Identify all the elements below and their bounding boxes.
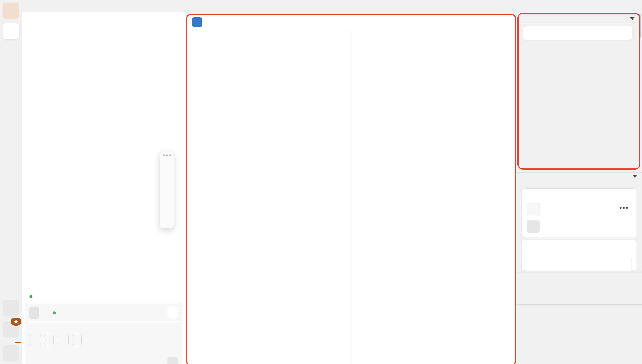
layout-button[interactable] bbox=[3, 2, 19, 19]
mode-dropdown[interactable] bbox=[72, 334, 82, 346]
diff-body bbox=[187, 30, 515, 364]
working-branch-input[interactable] bbox=[527, 258, 632, 272]
composer-buttons bbox=[25, 328, 183, 346]
branch-dropdown[interactable] bbox=[527, 203, 540, 216]
changes-panel bbox=[517, 13, 640, 170]
discord-button[interactable] bbox=[3, 345, 19, 362]
account-button[interactable] bbox=[3, 300, 19, 316]
more-menu[interactable]: ••• bbox=[619, 204, 629, 212]
git-section-header[interactable] bbox=[521, 175, 637, 178]
collapse-caret-icon[interactable] bbox=[630, 18, 634, 20]
working-branch-card bbox=[521, 240, 637, 270]
composer-toolbar bbox=[25, 303, 183, 322]
repo-card: ••• bbox=[521, 188, 637, 237]
titlebar bbox=[0, 0, 642, 12]
latest-dropdown[interactable] bbox=[168, 306, 178, 319]
settings-sliders-button[interactable] bbox=[29, 334, 41, 346]
model-dropdown[interactable] bbox=[44, 334, 54, 346]
fast-forward-button[interactable] bbox=[57, 334, 69, 346]
open-pr-button[interactable] bbox=[527, 220, 539, 233]
files-changed-chip[interactable] bbox=[29, 307, 39, 319]
diff-header[interactable] bbox=[187, 15, 515, 30]
floating-toolbar bbox=[160, 151, 174, 228]
app: ★ bbox=[0, 0, 642, 364]
diff-new-column bbox=[351, 30, 515, 364]
composer bbox=[25, 302, 183, 364]
board-button[interactable] bbox=[3, 23, 19, 40]
search-files-input[interactable] bbox=[523, 26, 632, 40]
github-button[interactable]: ★ bbox=[3, 321, 19, 338]
diff-panel bbox=[186, 14, 516, 364]
discord-badge bbox=[16, 342, 22, 344]
ts-file-icon bbox=[192, 18, 202, 27]
drag-handle-icon[interactable] bbox=[163, 154, 171, 156]
composer-input[interactable] bbox=[25, 322, 183, 328]
github-stars-badge: ★ bbox=[11, 318, 22, 326]
diff-old-column bbox=[187, 30, 351, 364]
collapse-caret-icon[interactable] bbox=[632, 175, 637, 178]
send-button[interactable] bbox=[168, 357, 178, 364]
